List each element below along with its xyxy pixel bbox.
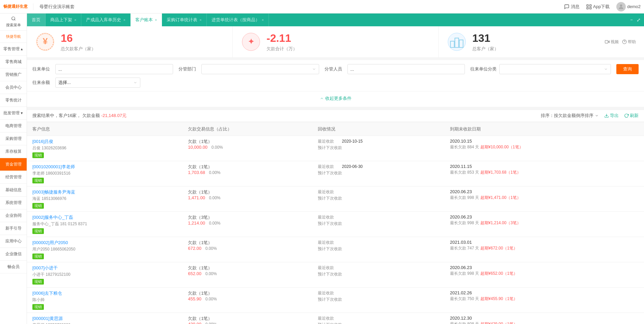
source-unit-input[interactable]: ... [55, 64, 173, 74]
help-btn[interactable]: 帮助 [622, 39, 636, 45]
overdue-link-5[interactable]: 超期¥652.00（1笔） [480, 271, 517, 276]
export-btn[interactable]: 导出 [604, 113, 619, 119]
overdue-link-2[interactable]: 超期¥1,471.00（1笔） [480, 195, 521, 200]
tab-customer-account[interactable]: 客户账本 × [131, 13, 162, 26]
cell-debt-5: 欠款（1笔） 652.00 0.00% [183, 262, 312, 288]
svg-point-4 [620, 4, 622, 7]
balance-select[interactable]: 选择... [55, 78, 140, 88]
search-button[interactable]: 查询 [616, 64, 639, 74]
sidebar-item-label-retail-store: 零售商城 [5, 59, 22, 64]
cell-customer-3: [0002]服务中心_丁磊 服务中心_丁磊 181 0125 8371 现销 [27, 212, 183, 237]
sidebar-item-retail-mgmt[interactable]: 零售管理 ▲ [0, 43, 27, 56]
sort-select[interactable]: 排序：按欠款金额倒序排序 [541, 113, 599, 119]
debt-count-2: 欠款（1笔） [188, 189, 307, 195]
sidebar-item-batch-mgmt[interactable]: 批发管理 ▼ [0, 107, 27, 120]
svg-rect-3 [590, 7, 591, 9]
sidebar-item-basic-info[interactable]: 基础信息 [0, 184, 27, 197]
sidebar-item-vip[interactable]: 畅会员 [0, 261, 27, 273]
customer-tag-6: 现销 [32, 304, 44, 310]
sidebar-item-label-system: 系统管理 [5, 200, 22, 205]
result-actions: 排序：按欠款金额倒序排序 导出 刷新 [541, 113, 639, 119]
sidebar-item-finance[interactable]: 资金管理 [0, 158, 27, 171]
message-btn[interactable]: 消息 [564, 4, 580, 10]
overdue-link-1[interactable]: 超期¥1,703.68（1笔） [480, 170, 521, 175]
collapse-button[interactable]: 收起更多条件 [32, 94, 639, 103]
next-collection-1: 预计下次收款 [318, 170, 439, 176]
tab-product-history[interactable]: 产成品入库单历史 × [81, 13, 130, 26]
sidebar-item-label-app-center: 应用中心 [5, 239, 22, 243]
close-purchase-order[interactable]: × [199, 18, 201, 22]
debt-amount-5: 652.00 0.00% [188, 271, 307, 276]
refresh-icon [624, 113, 629, 118]
app-download-btn[interactable]: App下载 [586, 4, 610, 10]
sidebar-item-system[interactable]: 系统管理 [0, 197, 27, 209]
customer-name-6[interactable]: [0006]去下粮仓 [32, 290, 177, 296]
cell-due-4: 2021.03.01 最长欠款 747 天 超期¥672.00（1笔） [445, 237, 644, 262]
sidebar-item-nav[interactable]: 快捷导航 [0, 31, 27, 43]
manager-input[interactable]: ... [347, 64, 465, 74]
close-purchase-stats[interactable]: × [262, 18, 264, 22]
sidebar-item-inventory[interactable]: 库存核算 [0, 145, 27, 158]
refresh-btn[interactable]: 刷新 [624, 113, 639, 119]
col-due-date: 到期未收款日期 [445, 123, 644, 136]
tab-product-listing[interactable]: 商品上下架 × [46, 13, 81, 26]
customer-name-1[interactable]: [00010200001]李老师 [32, 164, 177, 170]
customer-name-3[interactable]: [0002]服务中心_丁磊 [32, 214, 177, 220]
customer-phone-4: 用户2050 18665062050 [32, 246, 177, 252]
overdue-link-6[interactable]: 超期¥455.90（1笔） [480, 296, 517, 301]
tab-maximize-btn[interactable]: ⤢ [637, 17, 641, 23]
customer-name-0[interactable]: [0016]吕俊 [32, 139, 177, 145]
user-area[interactable]: demo2 [616, 2, 641, 11]
due-date-5: 2020.06.23 [450, 265, 639, 270]
tab-purchase-order[interactable]: 采购订单统计表 × [162, 13, 206, 26]
close-product-history[interactable]: × [123, 18, 125, 22]
refresh-label: 刷新 [630, 113, 639, 119]
overdue-link-7[interactable]: 超期¥429.00（1笔） [480, 322, 517, 324]
tab-purchase-stats[interactable]: 进货单统计表（按商品） × [207, 13, 269, 26]
sidebar-item-member[interactable]: 会员中心 [0, 81, 27, 94]
customer-name-4[interactable]: [000002]用户2050 [32, 240, 177, 246]
overdue-link-0[interactable]: 超期¥10,000.00（1笔） [480, 145, 523, 149]
debt-amount-6: 455.90 0.00% [188, 296, 307, 301]
sidebar-item-enterprise[interactable]: 企业协同 [0, 209, 27, 222]
debt-count-5: 欠款（1笔） [188, 265, 307, 271]
overdue-link-3[interactable]: 超期¥1,214.00（3笔） [480, 220, 521, 225]
sidebar-item-marketing[interactable]: 营销推广 [0, 68, 27, 81]
customer-name-5[interactable]: [0007]小进干 [32, 265, 177, 271]
tab-minimize-btn[interactable]: － [629, 17, 634, 23]
cell-debt-3: 欠款（3笔） 1,214.00 0.00% [183, 212, 312, 237]
collection-info-2: 最近收款 [318, 189, 439, 195]
customer-phone-6: 陈小帅 [32, 297, 177, 303]
sidebar-item-corp-wechat[interactable]: 企业微信 [0, 248, 27, 261]
sidebar-item-label-marketing: 营销推广 [5, 72, 22, 77]
unit-category-select[interactable] [499, 64, 611, 74]
due-date-1: 2020.11.15 [450, 164, 639, 169]
svg-text:¥: ¥ [43, 36, 48, 46]
sidebar-item-purchase[interactable]: 采购管理 [0, 132, 27, 145]
customer-name-7[interactable]: [000001]黄思源 [32, 316, 177, 322]
sidebar-item-app-center[interactable]: 应用中心 [0, 235, 27, 248]
sidebar-search[interactable]: 搜索菜单 [0, 13, 27, 31]
filter-row-1: 往来单位 ... 分管部门 分管人员 [32, 64, 639, 74]
close-customer-account[interactable]: × [155, 18, 157, 22]
chevron-down-balance [133, 81, 137, 85]
customer-name-2[interactable]: [0003]畅捷服务尹海蓝 [32, 189, 177, 195]
dept-select[interactable] [201, 64, 319, 74]
video-btn[interactable]: 视频 [605, 39, 619, 45]
collection-info-6: 最近收款 [318, 290, 439, 296]
cell-collection-1: 最近收款 2020-06-30 预计下次收款 [312, 161, 445, 186]
tab-home[interactable]: 首页 [27, 13, 46, 26]
cell-customer-5: [0007]小进干 小进干 18279152100 现销 [27, 262, 183, 288]
cell-collection-2: 最近收款 预计下次收款 [312, 186, 445, 212]
overdue-link-4[interactable]: 超期¥672.00（1笔） [480, 246, 517, 251]
sidebar-item-newbie[interactable]: 新手引导 [0, 222, 27, 235]
table-row: [0006]去下粮仓 陈小帅 现销 欠款（1笔） 455.90 0.00% 最近… [27, 288, 644, 313]
close-product-listing[interactable]: × [74, 18, 76, 22]
cell-collection-7: 最近收款 预计下次收款 [312, 313, 445, 324]
latest-collection-label-5: 最近收款 [318, 265, 334, 270]
sidebar-item-retail-stats[interactable]: 零售统计 [0, 94, 27, 107]
sidebar-item-ecommerce[interactable]: 电商管理 [0, 120, 27, 132]
sidebar-item-retail-store[interactable]: 零售商城 [0, 56, 27, 68]
sidebar-item-operation[interactable]: 经营管理 [0, 171, 27, 184]
customer-phone-3: 服务中心_丁磊 181 0125 8371 [32, 221, 177, 227]
